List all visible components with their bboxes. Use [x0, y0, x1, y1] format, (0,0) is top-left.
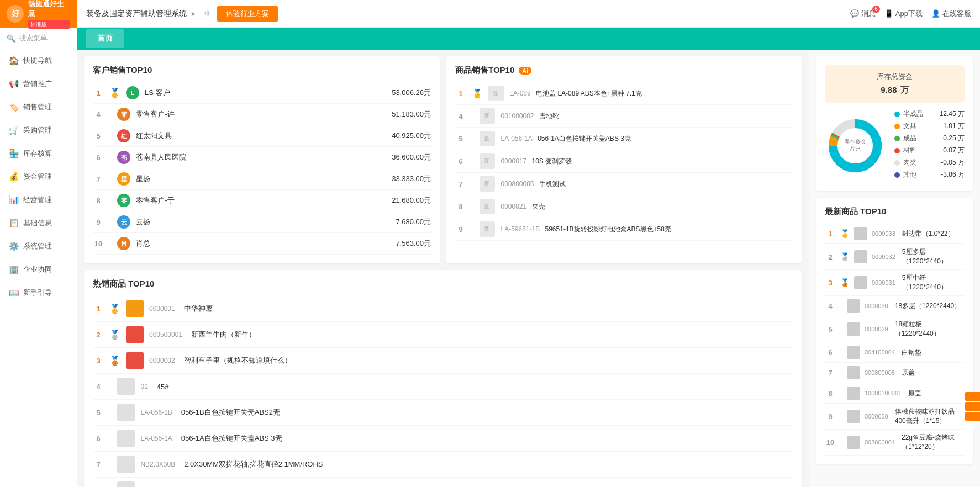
customer-service-button[interactable]: 客服热线 — [965, 392, 980, 401]
donut-chart: 库存资金 占比 — [825, 115, 886, 176]
rank-number: 2 — [93, 331, 104, 339]
product-name: 体械蔗核味苏打饮品400毫升（1*15） — [895, 407, 965, 426]
sidebar-item-basics[interactable]: 📋 基础信息 — [0, 211, 77, 235]
sidebar-item-marketing[interactable]: 📢 营销推广 — [0, 72, 77, 96]
phone-icon: 📱 — [884, 9, 893, 18]
product-info: 000800005 手机测试 — [500, 179, 793, 189]
sales-icon: 🏷️ — [9, 102, 19, 112]
settings-icon[interactable]: ⚙ — [204, 9, 210, 18]
tab-home[interactable]: 首页 — [86, 29, 124, 48]
list-item: 10 · 003800001 22g鱼豆腐-烧烤味（1*12*20） — [825, 430, 965, 456]
product-name: 白钢垫 — [902, 348, 965, 357]
table-row: 7 · 星 星扬 33,333.00元 — [93, 168, 431, 190]
rank-number: 8 — [825, 389, 836, 398]
product-thumbnail — [117, 481, 135, 487]
table-row: 1 🥇 L LS 客户 53,006.26元 — [93, 82, 431, 104]
product-name: 原盖 — [908, 389, 965, 398]
messages-button[interactable]: 💬 消息 6 — [850, 9, 876, 19]
sidebar-item-enterprise[interactable]: 🏢 企业协同 — [0, 258, 77, 281]
hot-products-card: 热销商品 TOP10 1 🥇 0000001 中华神薯 2 🥈 00050 — [84, 270, 802, 487]
topbar-right: 💬 消息 6 📱 App下载 👤 在线客服 — [850, 9, 971, 19]
rank-number: 6 — [93, 153, 104, 162]
customer-name: 苍南县人民医院 — [136, 152, 386, 162]
product-thumbnail — [117, 404, 135, 421]
sidebar-item-operations[interactable]: 📊 经营管理 — [0, 188, 77, 211]
sidebar-item-system[interactable]: ⚙️ 系统管理 — [0, 235, 77, 258]
medal-icon: 🥇 — [109, 88, 120, 98]
rank-number: 7 — [825, 369, 836, 377]
sidebar-item-finance[interactable]: 💰 资金管理 — [0, 165, 77, 188]
customer-sales-title: 客户销售TOP10 — [93, 65, 431, 76]
trial-button[interactable]: 体验行业方案 — [217, 6, 278, 22]
legend-dot — [894, 124, 900, 129]
service-community-button[interactable]: 服务社区 — [965, 402, 980, 411]
list-item: 4 · 0000030 18多层（1220*2440） — [825, 296, 965, 316]
product-name: 5厘多层（1220*2440） — [902, 247, 965, 266]
inventory-legend: 半成品 12.45 万 文具 1.01 万 成品 0.25 万 — [894, 109, 965, 182]
inventory-value: 9.88 万 — [834, 82, 956, 96]
product-thumbnail: 图 — [480, 108, 495, 124]
rank-number: 5 — [93, 409, 104, 417]
sidebar-item-purchase[interactable]: 🛒 采购管理 — [0, 119, 77, 142]
product-sales-card: 商品销售TOP10 Ai 1 🥇 图 LA-089 电池盖 LA-089 ABS… — [446, 56, 802, 263]
product-thumbnail — [126, 300, 144, 317]
medal-icon: 🥇 — [109, 304, 120, 314]
product-info: LA-59651-1B 59651-1B旋转投影灯电池盒ABS黑色+58壳 — [500, 225, 793, 234]
home-icon: 🏠 — [9, 56, 19, 66]
search-menu-button[interactable]: 🔍 搜索菜单 — [7, 33, 70, 43]
avatar: 零 — [117, 108, 130, 121]
legend-item: 材料 0.07 万 — [894, 146, 965, 155]
product-thumbnail: 图 — [480, 153, 495, 169]
sidebar-item-home[interactable]: 🏠 快捷导航 — [0, 49, 77, 72]
legend-dot — [894, 148, 900, 153]
rank-number: 1 — [825, 230, 836, 238]
rank-number: 9 — [455, 225, 466, 234]
sidebar-item-inventory[interactable]: 🏪 库存核算 — [0, 142, 77, 165]
inventory-total: 库存总资金 9.88 万 — [825, 65, 965, 103]
rank-number: 5 — [93, 132, 104, 140]
table-row: 9 · 云 云扬 7,680.00元 — [93, 211, 431, 233]
livestream-button[interactable]: 直播 — [965, 412, 980, 421]
dropdown-icon[interactable]: ▾ — [191, 9, 195, 18]
online-service-button[interactable]: 👤 在线客服 — [931, 9, 971, 19]
rank-number: 6 — [825, 348, 836, 357]
list-item: 3 🥉 0000002 智利车子里（规格不知道填什么） — [93, 348, 793, 374]
customer-sales-card: 客户销售TOP10 1 🥇 L LS 客户 53,006.26元 4 · — [84, 56, 440, 263]
purchase-icon: 🛒 — [9, 125, 19, 135]
sidebar-search-area[interactable]: 🔍 搜索菜单 — [0, 28, 77, 49]
rank-number: 2 — [825, 253, 836, 261]
product-thumbnail — [847, 322, 860, 336]
customer-name: 肖总 — [136, 239, 390, 248]
list-item: 8 · 10000100001 原盖 — [825, 383, 965, 404]
customer-name: 零售客户-许 — [136, 109, 386, 119]
app-download-button[interactable]: 📱 App下载 — [884, 9, 923, 19]
product-name: 056-1B白色按键开关壳ABS2壳 — [181, 407, 280, 417]
customer-amount: 53,006.26元 — [392, 88, 431, 98]
sidebar-menu: 🏠 快捷导航 📢 营销推广 🏷️ 销售管理 🛒 采购管理 🏪 库存核算 💰 资金… — [0, 49, 77, 487]
product-name: 中华神薯 — [184, 304, 213, 314]
svg-text:库存资金: 库存资金 — [844, 139, 866, 145]
rank-number: 8 — [93, 197, 104, 205]
sidebar-item-guide[interactable]: 📖 新手引导 — [0, 281, 77, 304]
medal-icon: 🥉 — [840, 278, 850, 287]
product-thumbnail — [847, 346, 860, 359]
sidebar: 好 畅捷通好生意 标准版 🔍 搜索菜单 🏠 快捷导航 📢 营销推广 🏷️ 销售管… — [0, 0, 77, 487]
legend-dot — [894, 112, 900, 117]
customer-amount: 21,680.00元 — [392, 195, 431, 205]
table-row: 4 · 图 001000002 雪地靴 — [455, 105, 793, 128]
product-info: 0000017 10S 变刹罗彀 — [500, 157, 793, 166]
legend-dot — [894, 136, 900, 141]
product-info: LA-089 电池盖 LA-089 ABS本色+黑种 7.1克 — [509, 89, 793, 98]
float-service: 客服热线 服务社区 直播 — [965, 392, 980, 421]
hot-products-title: 热销商品 TOP10 — [93, 279, 793, 289]
product-name: 18颗粒板（1220*2440） — [895, 320, 965, 338]
customer-name: 红太阳文具 — [136, 131, 386, 141]
customer-amount: 40,925.00元 — [392, 131, 431, 141]
sidebar-item-sales[interactable]: 🏷️ 销售管理 — [0, 96, 77, 119]
list-item: 5 · LA-056-1B 056-1B白色按键开关壳ABS2壳 — [93, 400, 793, 426]
rank-number: 3 — [93, 357, 104, 365]
rank-number: 10 — [825, 438, 836, 447]
hot-products-list: 1 🥇 0000001 中华神薯 2 🥈 000500001 新西兰牛肉（新牛） — [93, 296, 793, 487]
avatar: 云 — [117, 215, 130, 229]
list-item: 4 · 01 45# — [93, 374, 793, 400]
